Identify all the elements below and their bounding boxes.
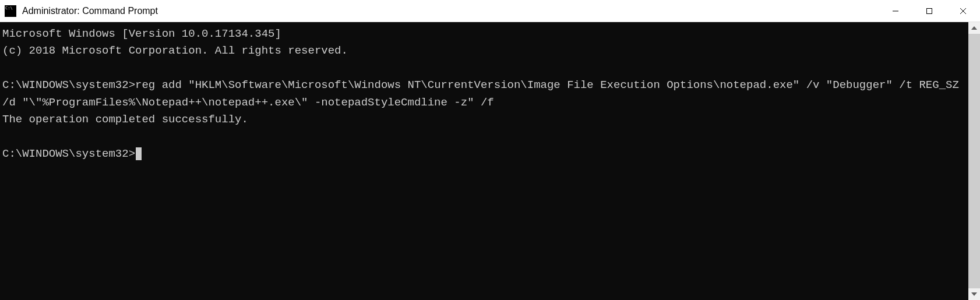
scroll-thumb[interactable] [968,34,980,288]
terminal-output[interactable]: Microsoft Windows [Version 10.0.17134.34… [0,22,968,300]
maximize-button[interactable] [912,0,946,22]
command-text: reg add "HKLM\Software\Microsoft\Windows… [2,79,965,108]
prompt: C:\WINDOWS\system32> [2,79,135,91]
cursor [136,147,142,160]
scroll-up-arrow[interactable] [968,22,980,34]
chevron-up-icon [971,26,977,30]
window-controls [879,0,980,22]
close-button[interactable] [946,0,980,22]
svg-rect-1 [927,8,932,13]
minimize-icon [892,8,899,15]
banner-line: (c) 2018 Microsoft Corporation. All righ… [2,44,348,57]
cmd-icon [5,5,16,17]
prompt: C:\WINDOWS\system32> [2,147,135,160]
vertical-scrollbar[interactable] [968,22,980,300]
scroll-down-arrow[interactable] [968,288,980,300]
close-icon [960,8,967,15]
scroll-track[interactable] [968,34,980,288]
titlebar: Administrator: Command Prompt [0,0,980,22]
maximize-icon [926,8,933,15]
result-text: The operation completed successfully. [2,113,248,126]
banner-line: Microsoft Windows [Version 10.0.17134.34… [2,27,281,40]
terminal-wrapper: Microsoft Windows [Version 10.0.17134.34… [0,22,980,300]
window-title: Administrator: Command Prompt [22,6,879,16]
minimize-button[interactable] [879,0,912,22]
chevron-down-icon [971,292,977,296]
